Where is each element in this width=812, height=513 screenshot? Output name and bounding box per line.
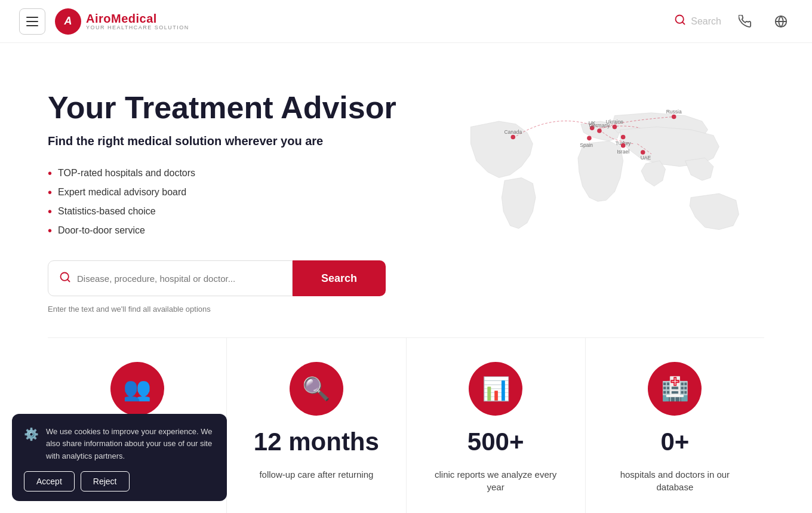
search-button[interactable]: Search xyxy=(293,260,386,296)
stat-icon-search: 🔍 xyxy=(290,362,343,416)
svg-point-16 xyxy=(587,136,592,141)
svg-text:Germany: Germany xyxy=(589,122,610,128)
hero-subtitle: Find the right medical solution wherever… xyxy=(48,134,430,148)
stat-number-3: 500+ xyxy=(467,428,524,456)
main-search-input[interactable] xyxy=(77,274,281,284)
cookie-header: ⚙️ We use cookies to improve your experi… xyxy=(24,426,215,463)
cookie-gear-icon: ⚙️ xyxy=(24,427,39,441)
globe-icon[interactable] xyxy=(769,10,793,33)
hero-left: Your Treatment Advisor Find the right me… xyxy=(48,79,430,314)
cookie-banner: ⚙️ We use cookies to improve your experi… xyxy=(12,414,227,501)
stat-icon-hospital: 🏥 xyxy=(648,362,702,416)
stat-card-4: 🏥 0+ hospitals and doctors in our databa… xyxy=(586,338,764,513)
cookie-accept-button[interactable]: Accept xyxy=(24,471,75,492)
svg-point-6 xyxy=(510,135,515,140)
svg-point-12 xyxy=(672,115,676,119)
hero-right: Canada UK Ukraine Russia Germany Spain xyxy=(454,79,764,288)
bullet-3: Statistics-based choice xyxy=(48,205,430,217)
cookie-text: We use cookies to improve your experienc… xyxy=(46,426,215,463)
hero-bullets: TOP-rated hospitals and doctors Expert m… xyxy=(48,167,430,236)
hero-title: Your Treatment Advisor xyxy=(48,91,430,125)
bullet-2: Expert medical advisory board xyxy=(48,186,430,198)
stat-card-2: 🔍 12 months follow-up care after returni… xyxy=(227,338,406,513)
nav-search-label: Search xyxy=(691,16,721,27)
svg-line-5 xyxy=(67,279,70,282)
logo-link[interactable]: A AiroMedical YOUR HEALTHCARE SOLUTION xyxy=(55,8,189,35)
stat-label-2: follow-up care after returning xyxy=(259,468,373,481)
nav-right: Search xyxy=(674,10,793,33)
svg-text:Spain: Spain xyxy=(580,142,593,148)
cookie-buttons: Accept Reject xyxy=(24,471,215,492)
search-box-icon xyxy=(59,271,71,286)
svg-point-20 xyxy=(621,143,626,148)
bullet-4: Door-to-door service xyxy=(48,225,430,236)
nav-search-area[interactable]: Search xyxy=(674,14,721,29)
logo-icon: A xyxy=(55,8,81,35)
nav-left: A AiroMedical YOUR HEALTHCARE SOLUTION xyxy=(19,8,189,35)
search-hint: Enter the text and we'll find all availa… xyxy=(48,305,430,314)
svg-point-10 xyxy=(613,125,617,130)
svg-text:Israel: Israel xyxy=(617,149,629,155)
svg-point-22 xyxy=(641,150,645,155)
search-box xyxy=(48,260,293,296)
logo-text: AiroMedical YOUR HEALTHCARE SOLUTION xyxy=(86,12,189,31)
svg-text:Canada: Canada xyxy=(504,129,522,135)
svg-text:UAE: UAE xyxy=(641,155,651,161)
cookie-reject-button[interactable]: Reject xyxy=(81,471,130,492)
hero-section: Your Treatment Advisor Find the right me… xyxy=(48,79,764,314)
world-map: Canada UK Ukraine Russia Germany Spain xyxy=(454,79,764,288)
stat-icon-chart: 📊 xyxy=(469,362,522,416)
svg-point-14 xyxy=(597,128,602,133)
stat-icon-people: 👥 xyxy=(110,362,164,416)
navbar: A AiroMedical YOUR HEALTHCARE SOLUTION S… xyxy=(0,0,812,43)
stat-label-3: clinic reports we analyze every year xyxy=(426,468,566,493)
stat-number-4: 0+ xyxy=(660,428,689,456)
nav-search-icon xyxy=(674,14,686,29)
stat-card-3: 📊 500+ clinic reports we analyze every y… xyxy=(407,338,586,513)
search-row: Search xyxy=(48,260,430,296)
stat-number-2: 12 months xyxy=(254,428,379,456)
svg-line-1 xyxy=(682,22,685,24)
svg-text:Russia: Russia xyxy=(666,109,682,115)
phone-icon[interactable] xyxy=(733,10,757,33)
bullet-1: TOP-rated hospitals and doctors xyxy=(48,167,430,179)
stat-label-4: hospitals and doctors in our database xyxy=(605,468,745,493)
svg-point-18 xyxy=(621,135,626,140)
hamburger-button[interactable] xyxy=(19,8,45,35)
